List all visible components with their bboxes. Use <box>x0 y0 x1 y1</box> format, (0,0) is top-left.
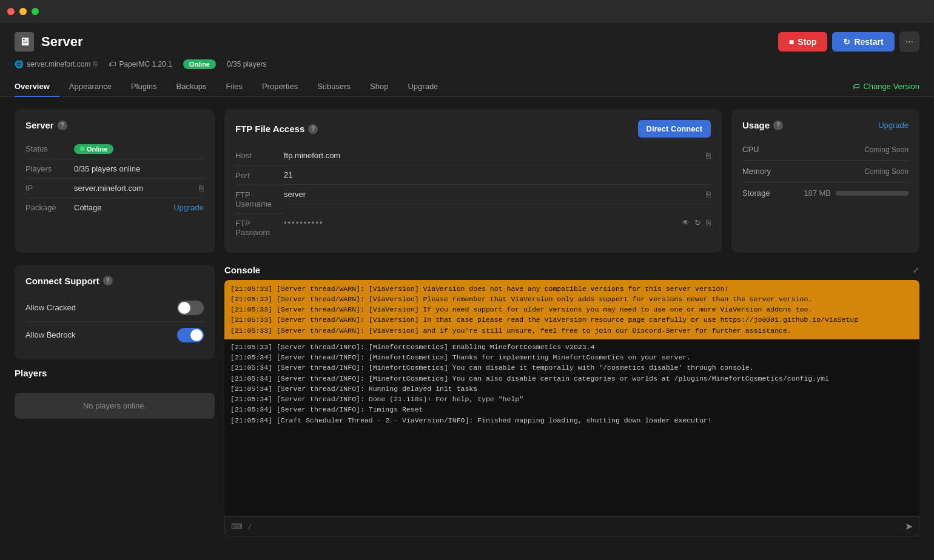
upgrade-link[interactable]: Upgrade <box>173 203 204 212</box>
restart-icon: ↻ <box>843 37 850 47</box>
players-card: Players No players online. <box>15 368 215 419</box>
copy-password-icon[interactable]: ⎘ <box>706 218 711 227</box>
status-badge: Online <box>74 144 113 154</box>
copy-address-icon[interactable]: ⎘ <box>93 60 98 68</box>
usage-card-title: Usage ? <box>742 120 783 130</box>
usage-card: Usage ? Upgrade CPU Coming Soon Memory C… <box>731 109 919 253</box>
console-input[interactable] <box>260 522 900 531</box>
page-title: Server <box>41 34 83 50</box>
package-label: Package <box>25 198 74 218</box>
cpu-row: CPU Coming Soon <box>742 139 909 161</box>
nav-tab-shop[interactable]: Shop <box>360 77 398 97</box>
console-input-icon: ⌨ <box>231 522 243 531</box>
connect-help-icon[interactable]: ? <box>103 276 113 285</box>
memory-row: Memory Coming Soon <box>742 161 909 182</box>
console-slash: / <box>247 522 252 531</box>
ip-value: server.minefort.com ⎘ <box>74 179 204 198</box>
usage-upgrade-link[interactable]: Upgrade <box>878 121 909 130</box>
storage-value: 187 MB <box>804 188 831 198</box>
console-expand-icon[interactable]: ⤢ <box>913 265 919 275</box>
host-label: Host <box>235 146 284 165</box>
ftp-card-title: FTP File Access ? <box>235 124 318 134</box>
table-row: Host ftp.minefort.com ⎘ <box>235 146 711 165</box>
tag-icon-green: 🏷 <box>852 82 860 91</box>
titlebar <box>0 0 934 23</box>
server-card-title: Server ? <box>25 120 204 130</box>
storage-row: Storage 187 MB <box>742 182 909 204</box>
nav-tab-backups[interactable]: Backups <box>167 77 217 97</box>
storage-label: Storage <box>742 188 770 198</box>
server-address-meta: 🌐 server.minefort.com ⎘ <box>15 60 98 68</box>
port-label: Port <box>235 165 284 185</box>
nav-tab-properties[interactable]: Properties <box>252 77 307 97</box>
minimize-button[interactable] <box>19 8 27 15</box>
nav-tab-appearance[interactable]: Appearance <box>59 77 121 97</box>
console-header: Console ⤢ <box>224 265 919 275</box>
no-players-message: No players online. <box>15 393 215 419</box>
players-value: 0/35 players online <box>74 159 204 179</box>
ftp-username-label: FTP Username <box>235 185 284 213</box>
allow-cracked-label: Allow Cracked <box>25 303 76 312</box>
close-button[interactable] <box>7 8 15 15</box>
server-help-icon[interactable]: ? <box>58 121 67 130</box>
table-row: Package Cottage Upgrade <box>25 198 204 218</box>
nav-tab-files[interactable]: Files <box>216 77 252 97</box>
table-row: Players 0/35 players online <box>25 159 204 179</box>
nav-tab-plugins[interactable]: Plugins <box>121 77 167 97</box>
table-row: Port 21 <box>235 165 711 185</box>
cpu-value: Coming Soon <box>864 145 909 154</box>
restart-button[interactable]: ↻ Restart <box>832 32 894 52</box>
server-title-area: 🖥 Server <box>15 32 83 52</box>
table-row: IP server.minefort.com ⎘ <box>25 179 204 198</box>
header: 🖥 Server ■ Stop ↻ Restart ··· 🌐 server.m… <box>0 23 934 97</box>
ftp-card-header: FTP File Access ? Direct Connect <box>235 120 711 138</box>
allow-bedrock-label: Allow Bedrock <box>25 330 75 339</box>
stop-button[interactable]: ■ Stop <box>778 32 828 52</box>
refresh-password-icon[interactable]: ↻ <box>694 218 701 227</box>
port-value: 21 <box>284 165 711 185</box>
allow-bedrock-toggle[interactable] <box>177 328 204 342</box>
table-row: FTP Password •••••••••• 👁 ↻ ⎘ <box>235 213 711 242</box>
copy-ip-icon[interactable]: ⎘ <box>199 184 204 193</box>
header-actions: ■ Stop ↻ Restart ··· <box>778 32 919 52</box>
console-body: [21:05:33] [Server thread/WARN]: [ViaVer… <box>224 280 919 516</box>
main-content: Server ? Status Online Players 0/35 play… <box>0 97 934 265</box>
online-dot <box>80 147 84 151</box>
status-value: Online <box>74 139 204 159</box>
storage-progress-bar <box>836 191 909 196</box>
host-value: ftp.minefort.com ⎘ <box>284 146 711 165</box>
ftp-password-label: FTP Password <box>235 213 284 242</box>
ftp-help-icon[interactable]: ? <box>308 124 318 134</box>
left-column: Connect Support ? Allow Cracked Allow Be… <box>15 265 215 536</box>
online-status-badge: Online <box>183 59 216 69</box>
console-send-icon[interactable]: ➤ <box>905 521 913 532</box>
console-info-block: [21:05:33] [Server thread/INFO]: [Minefo… <box>224 339 919 428</box>
allow-cracked-row: Allow Cracked <box>25 295 204 322</box>
package-value: Cottage Upgrade <box>74 198 204 217</box>
toggle-knob <box>190 329 203 341</box>
nav-tab-overview[interactable]: Overview <box>15 77 59 97</box>
maximize-button[interactable] <box>32 8 39 15</box>
copy-username-icon[interactable]: ⎘ <box>706 190 711 199</box>
package-meta: 🏷 PaperMC 1.20.1 <box>109 60 172 68</box>
more-options-button[interactable]: ··· <box>899 32 919 52</box>
nav-tab-upgrade[interactable]: Upgrade <box>398 77 448 97</box>
connect-support-card: Connect Support ? Allow Cracked Allow Be… <box>15 265 215 359</box>
ftp-username-value: server ⎘ <box>284 185 711 204</box>
password-masked: •••••••••• <box>284 218 324 227</box>
usage-help-icon[interactable]: ? <box>773 121 783 130</box>
toggle-password-icon[interactable]: 👁 <box>682 218 690 227</box>
copy-host-icon[interactable]: ⎘ <box>706 151 711 160</box>
second-row: Connect Support ? Allow Cracked Allow Be… <box>0 265 934 548</box>
cpu-label: CPU <box>742 145 759 154</box>
nav-tab-subusers[interactable]: Subusers <box>307 77 360 97</box>
nav-tabs: OverviewAppearancePluginsBackupsFilesPro… <box>15 76 448 96</box>
change-version-button[interactable]: 🏷 Change Version <box>852 77 919 96</box>
server-address-icon: 🌐 <box>15 60 24 68</box>
players-title: Players <box>15 368 215 384</box>
ftp-info-table: Host ftp.minefort.com ⎘ Port 21 FTP User… <box>235 146 711 242</box>
direct-connect-button[interactable]: Direct Connect <box>638 120 711 138</box>
server-info-table: Status Online Players 0/35 players onlin… <box>25 139 204 217</box>
table-row: Status Online <box>25 139 204 159</box>
allow-cracked-toggle[interactable] <box>177 301 204 315</box>
